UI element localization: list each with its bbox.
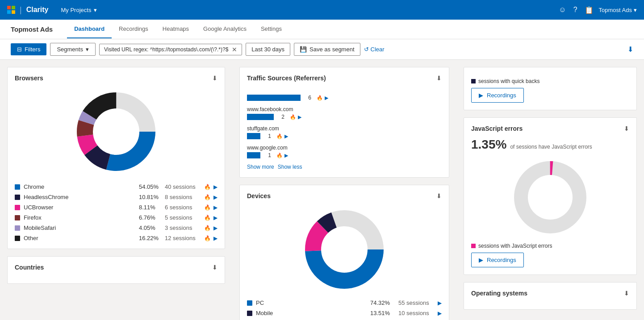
svg-point-7: [94, 109, 138, 154]
filter-icon: ⊟: [17, 46, 22, 53]
js-errors-recordings-button[interactable]: ▶ Recordings: [471, 253, 524, 267]
operating-systems-card: Operating systems ⬇: [464, 282, 637, 310]
firefox-recording-icon[interactable]: ▶: [213, 215, 217, 221]
device-row-pc: PC 74.32% 55 sessions ▶: [247, 299, 442, 306]
ref-recording-icon-google[interactable]: ▶: [284, 153, 288, 158]
clear-button[interactable]: ↺ Clear: [364, 46, 385, 53]
ref-heatmap-icon-direct[interactable]: 🔥: [317, 95, 323, 101]
headlesschrome-sessions: 8 sessions: [165, 194, 201, 200]
headlesschrome-label: HeadlessChrome: [24, 194, 135, 200]
countries-download-icon[interactable]: ⬇: [212, 264, 217, 271]
ref-heatmap-icon-facebook[interactable]: 🔥: [290, 114, 296, 120]
date-range-button[interactable]: Last 30 days: [246, 43, 290, 56]
page-title: Topmost Ads: [11, 25, 53, 33]
mobile-recording-icon[interactable]: ▶: [438, 310, 442, 316]
referrer-row-stuffgate: stuffgate.com 1 🔥 ▶: [247, 125, 442, 139]
legend-row-firefox: Firefox 6.76% 5 sessions 🔥 ▶: [15, 214, 217, 221]
chrome-pct: 54.05%: [139, 183, 161, 190]
chrome-heatmap-icon[interactable]: 🔥: [204, 184, 211, 190]
other-label: Other: [24, 235, 135, 241]
headlesschrome-recording-icon[interactable]: ▶: [213, 194, 217, 200]
download-button[interactable]: ⬇: [627, 45, 633, 54]
ref-heatmap-icon-google[interactable]: 🔥: [276, 153, 283, 158]
mobilesafari-heatmap-icon[interactable]: 🔥: [204, 225, 211, 231]
tab-heatmaps[interactable]: Heatmaps: [155, 20, 196, 38]
chrome-recording-icon[interactable]: ▶: [213, 184, 217, 190]
tab-google-analytics[interactable]: Google Analytics: [196, 20, 254, 38]
ucbrowser-label: UCBrowser: [24, 204, 135, 211]
os-download-icon[interactable]: ⬇: [624, 290, 629, 297]
brand-name: Clarity: [26, 6, 49, 14]
legend-row-headlesschrome: HeadlessChrome 10.81% 8 sessions 🔥 ▶: [15, 194, 217, 200]
firefox-label: Firefox: [24, 214, 135, 221]
mobilesafari-label: MobileSafari: [24, 224, 135, 231]
ref-heatmap-icon-stuffgate[interactable]: 🔥: [276, 133, 283, 139]
doc-icon[interactable]: 📋: [585, 6, 594, 14]
ref-recording-icon-stuffgate[interactable]: ▶: [284, 133, 288, 139]
project-dropdown-icon2: ▾: [634, 7, 637, 13]
legend-row-other: Other 16.22% 12 sessions 🔥 ▶: [15, 235, 217, 241]
legend-row-mobilesafari: MobileSafari 4.05% 3 sessions 🔥 ▶: [15, 224, 217, 231]
smiley-icon[interactable]: ☺: [559, 6, 566, 14]
mobilesafari-sessions: 3 sessions: [165, 224, 201, 231]
ucbrowser-heatmap-icon[interactable]: 🔥: [204, 204, 211, 211]
js-errors-color-dot: [471, 244, 476, 248]
devices-legend: PC 74.32% 55 sessions ▶ Mobile 13.51% 10…: [247, 299, 442, 316]
quick-backs-recordings-button[interactable]: ▶ Recordings: [471, 88, 524, 103]
js-recordings-icon: ▶: [479, 257, 483, 263]
save-segment-button[interactable]: 💾 Save as segment: [294, 43, 360, 56]
mobile-sessions: 10 sessions: [398, 310, 434, 316]
ucbrowser-recording-icon[interactable]: ▶: [213, 204, 217, 211]
segments-button[interactable]: Segments ▾: [50, 43, 96, 56]
referrer-row-facebook: www.facebook.com 2 🔥 ▶: [247, 106, 442, 120]
headlesschrome-heatmap-icon[interactable]: 🔥: [204, 194, 211, 200]
quick-backs-label: sessions with quick backs: [478, 78, 539, 84]
main-content: Browsers ⬇: [0, 60, 644, 320]
browser-legend: Chrome 54.05% 40 sessions 🔥 ▶ HeadlessCh…: [15, 183, 217, 241]
show-less-link[interactable]: Show less: [278, 164, 302, 170]
pc-label: PC: [256, 299, 367, 306]
referrer-count-direct: 6: [304, 95, 311, 101]
mobilesafari-recording-icon[interactable]: ▶: [213, 225, 217, 231]
show-more-link[interactable]: Show more: [247, 164, 274, 170]
devices-title: Devices: [247, 192, 271, 199]
tab-settings[interactable]: Settings: [254, 20, 289, 38]
traffic-download-icon[interactable]: ⬇: [436, 75, 442, 82]
js-error-pct: 1.35%: [471, 137, 506, 152]
other-pct: 16.22%: [139, 235, 161, 241]
headlesschrome-pct: 10.81%: [139, 194, 161, 200]
referrer-url-google: www.google.com: [247, 145, 442, 151]
left-panel: Browsers ⬇: [0, 60, 232, 320]
browsers-title: Browsers: [15, 75, 43, 82]
legend-row-chrome: Chrome 54.05% 40 sessions 🔥 ▶: [15, 183, 217, 190]
tab-dashboard[interactable]: Dashboard: [67, 20, 112, 38]
countries-title: Countries: [15, 264, 44, 271]
mobile-pct: 13.51%: [370, 310, 395, 316]
firefox-heatmap-icon[interactable]: 🔥: [204, 215, 211, 221]
referrer-bar-stuffgate: [247, 133, 260, 139]
mobile-label: Mobile: [256, 310, 367, 316]
legend-row-ucbrowser: UCBrowser 8.11% 6 sessions 🔥 ▶: [15, 204, 217, 211]
ref-recording-icon-direct[interactable]: ▶: [325, 95, 328, 101]
brand-separator: |: [20, 5, 22, 15]
tab-recordings[interactable]: Recordings: [112, 20, 155, 38]
browsers-download-icon[interactable]: ⬇: [212, 75, 217, 82]
other-heatmap-icon[interactable]: 🔥: [204, 235, 211, 241]
devices-download-icon[interactable]: ⬇: [436, 192, 442, 199]
device-row-mobile: Mobile 13.51% 10 sessions ▶: [247, 310, 442, 316]
filter-chip-close[interactable]: ✕: [232, 46, 237, 53]
referrer-count-facebook: 2: [277, 114, 284, 120]
pc-recording-icon[interactable]: ▶: [438, 300, 442, 306]
current-project-name[interactable]: Topmost Ads ▾: [599, 7, 637, 13]
referrer-bar-facebook: [247, 114, 274, 120]
filters-button[interactable]: ⊟ Filters: [11, 43, 46, 55]
filter-chip: Visited URL regex: ^https://topmostads\.…: [99, 44, 242, 55]
countries-card: Countries ⬇: [7, 256, 225, 284]
ref-recording-icon-facebook[interactable]: ▶: [298, 114, 301, 120]
project-selector[interactable]: My Projects ▾: [61, 7, 97, 13]
referrer-count-stuffgate: 1: [264, 133, 271, 139]
browsers-card: Browsers ⬇: [7, 67, 225, 249]
other-recording-icon[interactable]: ▶: [213, 235, 217, 241]
js-errors-download-icon[interactable]: ⬇: [624, 125, 629, 132]
help-icon[interactable]: ?: [573, 6, 577, 14]
